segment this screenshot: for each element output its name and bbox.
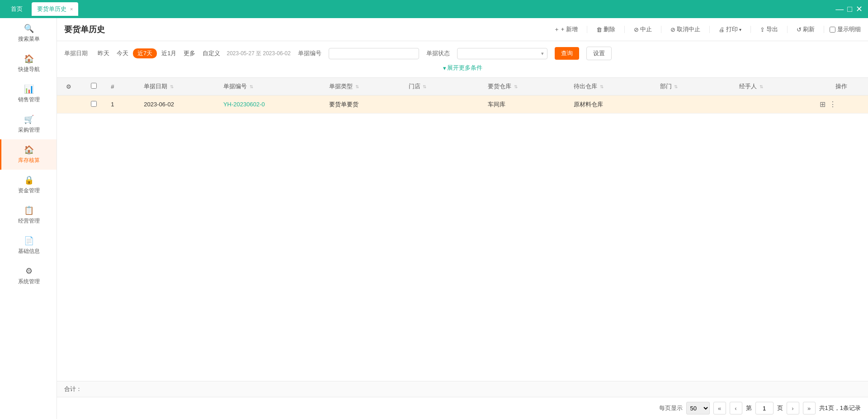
next-page-button[interactable]: › xyxy=(787,402,799,414)
sort-icon-store: ⇅ xyxy=(423,84,426,89)
page-input[interactable] xyxy=(755,402,774,414)
row-pending-wh: 原材料仓库 xyxy=(570,95,656,114)
th-type[interactable]: 单据类型 ⇅ xyxy=(326,78,405,95)
th-actions: 操作 xyxy=(815,78,868,95)
divider6 xyxy=(787,26,788,33)
window-close-icon[interactable]: ✕ xyxy=(856,4,863,14)
date-btn-today[interactable]: 今天 xyxy=(114,48,131,58)
order-no-label: 单据编号 xyxy=(298,49,321,57)
stop-button[interactable]: ⊘ 中止 xyxy=(630,24,656,35)
page-title: 要货单历史 xyxy=(64,24,105,35)
row-req-wh: 车间库 xyxy=(484,95,570,114)
sidebar-item-purchase[interactable]: 🛒 采购管理 xyxy=(0,109,57,139)
table-wrapper: ⚙ # 单据日期 ⇅ 单据编号 ⇅ xyxy=(57,78,868,381)
refresh-button[interactable]: ↺ 刷新 xyxy=(793,24,818,35)
sidebar-item-operations[interactable]: 📋 经营管理 xyxy=(0,200,57,230)
tab-history[interactable]: 要货单历史 × xyxy=(32,2,78,16)
date-range: 2023-05-27 至 2023-06-02 xyxy=(226,50,290,57)
sidebar-item-finance[interactable]: 🔒 资金管理 xyxy=(0,170,57,200)
sort-icon-req-wh: ⇅ xyxy=(514,84,518,89)
basic-icon: 📄 xyxy=(24,236,34,246)
print-button[interactable]: 🖨 打印 ▾ xyxy=(715,24,745,35)
th-store[interactable]: 门店 ⇅ xyxy=(405,78,485,95)
sidebar-item-search[interactable]: 🔍 搜索菜单 xyxy=(0,18,57,48)
th-date[interactable]: 单据日期 ⇅ xyxy=(140,78,220,95)
row-actions: ⊞ ⋮ xyxy=(819,99,864,110)
th-req-wh[interactable]: 要货仓库 ⇅ xyxy=(484,78,570,95)
row-edit-button[interactable]: ⊞ xyxy=(819,99,826,110)
window-max-icon[interactable]: □ xyxy=(847,5,852,14)
tab-home[interactable]: 首页 xyxy=(5,2,28,16)
th-dept[interactable]: 部门 ⇅ xyxy=(656,78,736,95)
top-bar: 首页 要货单历史 × — □ ✕ xyxy=(0,0,868,18)
per-page-select[interactable]: 20 50 100 200 xyxy=(686,402,710,414)
export-button[interactable]: ⇪ 导出 xyxy=(756,24,782,35)
search-icon: 🔍 xyxy=(24,24,34,33)
show-detail-checkbox[interactable] xyxy=(830,27,835,33)
prev-page-button[interactable]: ‹ xyxy=(730,402,742,414)
row-checkbox-cell[interactable] xyxy=(81,95,108,114)
stop-icon: ⊘ xyxy=(634,26,639,33)
row-more-button[interactable]: ⋮ xyxy=(828,99,837,110)
row-checkbox[interactable] xyxy=(91,101,97,107)
th-code[interactable]: 单据编号 ⇅ xyxy=(220,78,326,95)
th-checkbox[interactable] xyxy=(81,78,108,95)
divider7 xyxy=(824,26,824,33)
th-handler[interactable]: 经手人 ⇅ xyxy=(736,78,815,95)
system-icon: ⚙ xyxy=(25,266,33,276)
date-btn-custom[interactable]: 自定义 xyxy=(200,48,223,58)
finance-icon: 🔒 xyxy=(24,175,34,185)
add-button[interactable]: ＋ + 新增 xyxy=(550,24,581,35)
query-button[interactable]: 查询 xyxy=(555,47,579,60)
first-page-button[interactable]: « xyxy=(713,402,726,414)
show-detail-toggle[interactable]: 显示明细 xyxy=(830,25,861,33)
row-num: 1 xyxy=(107,95,140,114)
status-label: 单据状态 xyxy=(426,49,450,57)
th-settings[interactable]: ⚙ xyxy=(57,78,81,95)
filter-area: 单据日期 昨天 今天 近7天 近1月 更多 自定义 2023-05-27 至 2… xyxy=(57,41,868,78)
print-icon: 🖨 xyxy=(719,26,725,33)
row-code-link[interactable]: YH-20230602-0 xyxy=(223,101,265,108)
last-page-button[interactable]: » xyxy=(803,402,816,414)
divider4 xyxy=(709,26,710,33)
expand-more-row: ▾ 展开更多条件 xyxy=(64,64,861,72)
close-tab-icon[interactable]: × xyxy=(70,6,73,12)
filter-row: 单据日期 昨天 今天 近7天 近1月 更多 自定义 2023-05-27 至 2… xyxy=(64,47,861,60)
window-min-icon[interactable]: — xyxy=(835,5,844,14)
date-btn-1month[interactable]: 近1月 xyxy=(159,48,179,58)
export-icon: ⇪ xyxy=(760,26,765,33)
date-btn-7days[interactable]: 近7天 xyxy=(133,48,157,58)
main-layout: 🔍 搜索菜单 🏠 快捷导航 📊 销售管理 🛒 采购管理 🏠 库存核算 🔒 资金管… xyxy=(0,18,868,419)
divider5 xyxy=(750,26,751,33)
row-actions-cell: ⊞ ⋮ xyxy=(815,95,868,114)
purchase-icon: 🛒 xyxy=(24,114,34,124)
sidebar-item-sales[interactable]: 📊 销售管理 xyxy=(0,79,57,109)
print-chevron-icon: ▾ xyxy=(739,27,741,32)
settings-button[interactable]: 设置 xyxy=(586,47,612,60)
total-label: 合计： xyxy=(64,386,82,392)
sort-icon-handler: ⇅ xyxy=(760,84,763,89)
status-select[interactable] xyxy=(457,48,547,59)
delete-button[interactable]: 🗑 删除 xyxy=(593,24,619,35)
sidebar-item-system[interactable]: ⚙ 系统管理 xyxy=(0,261,57,291)
cancel-stop-icon: ⊘ xyxy=(670,26,675,33)
date-label: 单据日期 xyxy=(64,49,88,57)
header-actions: ＋ + 新增 🗑 删除 ⊘ 中止 ⊘ 取消中止 xyxy=(550,24,861,35)
cancel-stop-button[interactable]: ⊘ 取消中止 xyxy=(667,24,704,35)
th-pending-wh[interactable]: 待出仓库 ⇅ xyxy=(570,78,656,95)
sidebar-item-shortcut[interactable]: 🏠 快捷导航 xyxy=(0,48,57,79)
sidebar-item-basic[interactable]: 📄 基础信息 xyxy=(0,230,57,261)
order-no-input[interactable] xyxy=(329,48,419,59)
page-header: 要货单历史 ＋ + 新增 🗑 删除 ⊘ 中止 ⊘ xyxy=(57,18,868,41)
select-all-checkbox[interactable] xyxy=(91,83,97,89)
expand-more-button[interactable]: ▾ 展开更多条件 xyxy=(443,64,482,72)
divider3 xyxy=(661,26,661,33)
date-btn-more[interactable]: 更多 xyxy=(181,48,198,58)
sort-icon-pending-wh: ⇅ xyxy=(600,84,604,89)
sales-icon: 📊 xyxy=(24,84,34,94)
row-date: 2023-06-02 xyxy=(140,95,220,114)
sidebar-item-inventory[interactable]: 🏠 库存核算 xyxy=(0,139,57,170)
divider2 xyxy=(624,26,625,33)
date-btn-yesterday[interactable]: 昨天 xyxy=(95,48,112,58)
page-suffix: 页 xyxy=(777,404,783,412)
